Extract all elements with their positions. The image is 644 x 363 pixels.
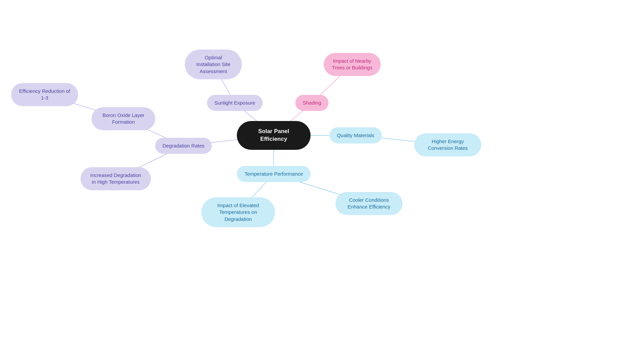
quality-materials-node[interactable]: Quality Materials xyxy=(329,127,382,143)
boron-oxide-node[interactable]: Boron Oxide Layer Formation xyxy=(92,107,155,130)
shading-node[interactable]: Shading xyxy=(295,95,328,111)
increased-degradation-label: Increased Degradation in High Temperatur… xyxy=(88,172,144,186)
center-label: Solar Panel Efficiency xyxy=(249,128,299,143)
efficiency-reduction-node[interactable]: Efficiency Reduction of 1-3 xyxy=(11,83,78,106)
temperature-performance-node[interactable]: Temperature Performance xyxy=(237,166,311,182)
cooler-conditions-node[interactable]: Cooler Conditions Enhance Efficiency xyxy=(335,192,402,215)
quality-materials-label: Quality Materials xyxy=(337,132,374,139)
sunlight-exposure-label: Sunlight Exposure xyxy=(214,100,255,106)
optimal-installation-label: Optimal Installation Site Assessment xyxy=(192,54,234,75)
sunlight-exposure-node[interactable]: Sunlight Exposure xyxy=(207,95,263,111)
boron-oxide-label: Boron Oxide Layer Formation xyxy=(99,112,148,126)
shading-label: Shading xyxy=(303,100,321,106)
increased-degradation-node[interactable]: Increased Degradation in High Temperatur… xyxy=(80,167,151,190)
impact-nearby-label: Impact of Nearby Trees or Buildings xyxy=(331,58,373,71)
impact-nearby-node[interactable]: Impact of Nearby Trees or Buildings xyxy=(324,53,381,76)
efficiency-reduction-label: Efficiency Reduction of 1-3 xyxy=(18,88,71,102)
impact-elevated-label: Impact of Elevated Temperatures on Degra… xyxy=(209,202,268,223)
higher-energy-label: Higher Energy Conversion Rates xyxy=(422,138,474,152)
center-node[interactable]: Solar Panel Efficiency xyxy=(237,121,311,150)
degradation-rates-node[interactable]: Degradation Rates xyxy=(155,138,212,154)
cooler-conditions-label: Cooler Conditions Enhance Efficiency xyxy=(343,197,395,210)
optimal-installation-node[interactable]: Optimal Installation Site Assessment xyxy=(185,50,242,79)
impact-elevated-node[interactable]: Impact of Elevated Temperatures on Degra… xyxy=(201,197,275,227)
degradation-rates-label: Degradation Rates xyxy=(162,142,204,149)
higher-energy-node[interactable]: Higher Energy Conversion Rates xyxy=(414,133,481,157)
temperature-performance-label: Temperature Performance xyxy=(245,171,303,177)
